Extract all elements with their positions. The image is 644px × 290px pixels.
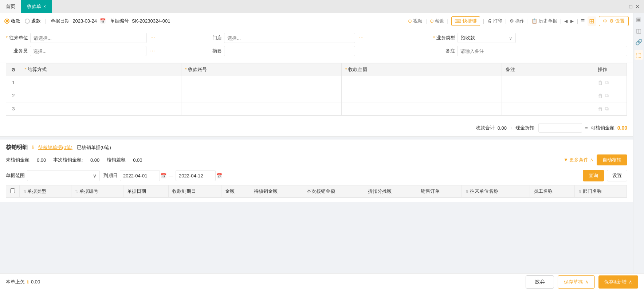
this-verify-val: 0.00 [90, 157, 99, 163]
history-btn[interactable]: 📋 历史单据 [531, 18, 557, 24]
maximize-button[interactable]: □ [629, 4, 632, 9]
due-date-field: 到期日 📅 — 📅 [103, 170, 222, 181]
sort-icon[interactable]: ⇅ [466, 189, 468, 193]
print-btn[interactable]: 🖨 打印 [487, 18, 502, 24]
business-type-select[interactable]: 预收款 ∨ [458, 33, 516, 43]
save-draft-button[interactable]: 保存草稿 ∧ [558, 275, 595, 289]
tab-active[interactable]: 收款单 × [21, 0, 52, 13]
main-scroll[interactable]: * 往来单位 ··· 门店 ··· * 业务类型 [0, 29, 633, 273]
shop-more-btn[interactable]: ··· [357, 35, 365, 41]
video-btn[interactable]: ⊙ 视频 [408, 18, 423, 24]
row-3-copy-icon[interactable]: ⧉ [605, 106, 609, 112]
note-input[interactable] [457, 46, 627, 56]
radio-refund[interactable]: 退款 [25, 18, 41, 24]
row-2-settlement[interactable] [21, 89, 181, 102]
sidebar-icon-2[interactable]: ◫ [636, 27, 641, 34]
operation-btn[interactable]: ⚙ 操作 [510, 18, 525, 24]
table-settings-button[interactable]: 设置 [607, 170, 627, 181]
col-doc-type: ⇅ 单据类型 [19, 185, 71, 197]
col-operation: 操作 [594, 63, 627, 76]
row-2-account[interactable] [181, 89, 341, 102]
sidebar-icon-4[interactable]: ⬚ [635, 50, 643, 60]
calendar-to-icon[interactable]: 📅 [216, 173, 222, 179]
split-view-btn[interactable]: ⊞ [588, 16, 596, 26]
filter-row: 单据范围 ∨ 到期日 📅 — 📅 查询 设置 [6, 170, 627, 181]
select-all-checkbox[interactable] [10, 188, 15, 193]
row-3-note[interactable] [502, 102, 594, 115]
net-label: 可核销金额 [591, 125, 614, 131]
minimize-button[interactable]: — [621, 4, 627, 9]
query-button[interactable]: 查询 [583, 170, 604, 181]
doc-date-info: 单据日期 2023-03-24 📅 [51, 18, 106, 24]
staff-input[interactable] [30, 46, 146, 56]
auto-verify-button[interactable]: 自动核销 [597, 154, 627, 165]
col-doc-number: ⇅ 单据编号 [71, 185, 123, 197]
row-1-delete-icon[interactable]: 🗑 [598, 80, 603, 86]
shortcut-btn[interactable]: ⌨ 快捷键 [451, 16, 480, 26]
row-2-amount[interactable] [341, 89, 502, 102]
abandon-button[interactable]: 放弃 [526, 275, 554, 289]
row-num-1: 1 [6, 76, 21, 89]
save-draft-chevron-icon: ∧ [585, 279, 589, 285]
tab-home[interactable]: 首页 [0, 0, 21, 13]
calendar-from-icon[interactable]: 📅 [161, 173, 166, 179]
row-1-amount[interactable] [341, 76, 502, 89]
row-1-account[interactable] [181, 76, 341, 89]
col-settings[interactable]: ⚙ [6, 63, 21, 76]
nav-prev-btn[interactable]: ◀ [564, 19, 568, 24]
summary-label: 摘要 [200, 48, 222, 54]
verify-info-icon[interactable]: ℹ [32, 145, 34, 150]
diff-label: 核销差额 [107, 157, 126, 163]
sort-icon[interactable]: ⇅ [75, 189, 78, 193]
col-doc-date: 单据日期 [123, 185, 168, 197]
row-3-amount[interactable] [341, 102, 502, 115]
row-num-3: 3 [6, 102, 21, 115]
row-1-copy-icon[interactable]: ⧉ [605, 79, 609, 86]
row-2-delete-icon[interactable]: 🗑 [598, 93, 603, 99]
row-2-note[interactable] [502, 89, 594, 102]
sidebar-icon-3[interactable]: 🔗 [635, 39, 643, 46]
toolbar: 收款 退款 | 单据日期 2023-03-24 📅 单据编号 SK-202303… [0, 13, 633, 29]
settings-button[interactable]: ⚙ ⚙ 设置 [599, 16, 629, 26]
date-from-input[interactable] [120, 170, 160, 181]
gear-icon: ⚙ [11, 67, 16, 72]
help-btn[interactable]: ⊙ 帮助 [430, 18, 444, 24]
range-select[interactable]: ∨ [27, 170, 100, 181]
row-3-account[interactable] [181, 102, 341, 115]
sort-icon[interactable]: ⇅ [578, 189, 581, 193]
list-view-btn[interactable]: ≡ [581, 17, 585, 25]
save-new-button[interactable]: 保存&新增 ∧ [598, 275, 638, 289]
nav-next-btn[interactable]: ▶ [570, 19, 574, 24]
calendar-icon[interactable]: 📅 [100, 18, 106, 24]
radio-receive[interactable]: 收款 [4, 18, 20, 24]
tab-close-icon[interactable]: × [43, 4, 46, 9]
close-button[interactable]: ✕ [635, 4, 640, 9]
pending-tab[interactable]: 待核销单据(0笔) [38, 144, 72, 151]
tab-active-label: 收款单 [27, 3, 41, 10]
summary-input[interactable] [224, 46, 355, 56]
bottom-info-icon[interactable]: ℹ [27, 279, 29, 285]
col-staff-name: 员工名称 [530, 185, 574, 197]
filter-actions: 查询 设置 [583, 170, 627, 181]
date-sep: — [169, 173, 173, 179]
equals-sign: = [585, 125, 588, 131]
party-more-btn[interactable]: ··· [149, 35, 157, 41]
sort-icon[interactable]: ⇅ [23, 189, 26, 193]
row-2-copy-icon[interactable]: ⧉ [605, 93, 609, 99]
radio-refund-label: 退款 [31, 18, 41, 24]
staff-more-btn[interactable]: ··· [149, 48, 156, 54]
more-filter-btn[interactable]: ▼ 更多条件 ∧ [564, 157, 594, 163]
due-date-label: 到期日 [103, 172, 118, 179]
row-3-delete-icon[interactable]: 🗑 [598, 106, 603, 112]
history-icon: 📋 [531, 18, 537, 24]
date-to-input[interactable] [176, 170, 216, 181]
done-tab[interactable]: 已核销单据(0笔) [77, 144, 111, 151]
party-input[interactable] [30, 33, 147, 43]
shop-input[interactable] [224, 33, 355, 43]
col-party-name: ⇅ 往来单位名称 [462, 185, 530, 197]
sidebar-icon-1[interactable]: ▣ [636, 16, 641, 23]
row-1-note[interactable] [502, 76, 594, 89]
row-1-settlement[interactable] [21, 76, 181, 89]
row-3-settlement[interactable] [21, 102, 181, 115]
discount-input[interactable] [538, 123, 582, 133]
